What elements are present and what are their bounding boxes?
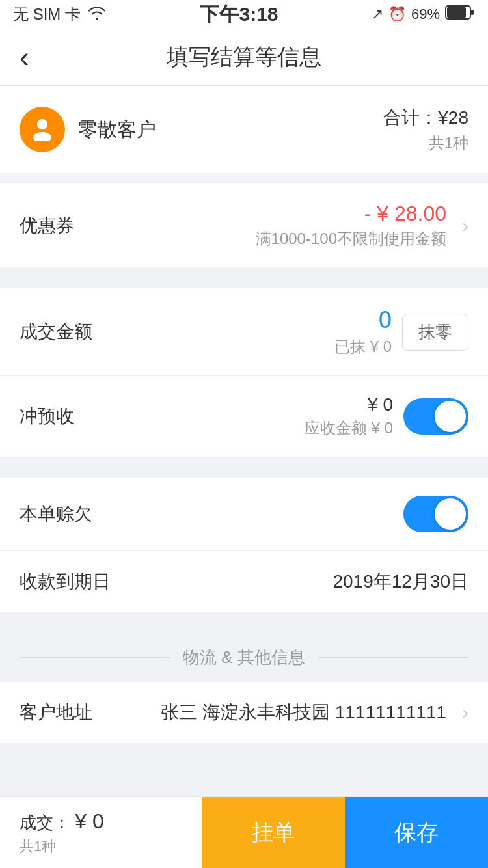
credit-toggle[interactable] [403, 496, 468, 532]
coupon-section: 优惠券 - ¥ 28.00 满1000-100不限制使用金额 › [0, 183, 488, 267]
location-icon: ↗ [372, 6, 383, 23]
prepaid-toggle[interactable] [403, 398, 468, 435]
credit-row: 本单赊欠 [0, 478, 488, 551]
no-sim-label: 无 SIM 卡 [13, 4, 81, 25]
status-bar: 无 SIM 卡 下午3:18 ↗ ⏰ 69% [0, 0, 488, 29]
battery-icon [445, 5, 475, 25]
battery-percentage: 69% [411, 6, 440, 23]
customer-avatar [20, 107, 65, 152]
svg-rect-2 [447, 7, 466, 18]
divider-3 [0, 623, 488, 633]
address-section: 客户地址 张三 海淀永丰科技园 11111111111 › [0, 682, 488, 743]
customer-name: 零散客户 [78, 116, 156, 143]
hang-button[interactable]: 挂单 [202, 797, 345, 869]
alarm-icon: ⏰ [388, 6, 406, 23]
divider-2 [0, 467, 488, 478]
prepaid-right: ¥ 0 应收金额 ¥ 0 [305, 394, 468, 439]
prepaid-label: 冲预收 [20, 404, 74, 429]
nav-bar: ‹ 填写结算等信息 [0, 29, 488, 86]
deal-amount-row: 成交金额 0 已抹 ¥ 0 抹零 [0, 288, 488, 376]
prepaid-row: 冲预收 ¥ 0 应收金额 ¥ 0 [0, 376, 488, 457]
bottom-deal-row: 成交： ¥ 0 [20, 809, 182, 834]
address-chevron-icon: › [462, 701, 468, 724]
svg-rect-1 [470, 10, 474, 15]
due-date-label: 收款到期日 [20, 569, 111, 594]
bottom-count: 共1种 [20, 837, 182, 856]
deal-amount-right: 0 已抹 ¥ 0 抹零 [334, 306, 468, 357]
logistics-label: 物流 & 其他信息 [183, 646, 305, 669]
deal-prepaid-section: 成交金额 0 已抹 ¥ 0 抹零 冲预收 ¥ 0 应收金额 ¥ 0 [0, 288, 488, 457]
coupon-row[interactable]: 优惠券 - ¥ 28.00 满1000-100不限制使用金额 › [0, 183, 488, 267]
save-button[interactable]: 保存 [345, 797, 488, 869]
address-right: 张三 海淀永丰科技园 11111111111 › [161, 700, 468, 725]
logistics-header: 物流 & 其他信息 [0, 633, 488, 682]
coupon-right: - ¥ 28.00 满1000-100不限制使用金额 › [256, 202, 468, 249]
total-amount: 合计：¥28 [383, 105, 468, 130]
coupon-value: - ¥ 28.00 [256, 202, 446, 226]
avatar-icon [29, 114, 56, 146]
status-time: 下午3:18 [200, 1, 278, 28]
bottom-deal-label: 成交： [20, 813, 70, 832]
credit-section: 本单赊欠 收款到期日 2019年12月30日 [0, 478, 488, 612]
credit-toggle-knob [435, 498, 466, 530]
coupon-label: 优惠券 [20, 213, 74, 238]
svg-point-3 [37, 119, 47, 129]
credit-label: 本单赊欠 [20, 502, 92, 526]
main-content: 零散客户 合计：¥28 共1种 优惠券 - ¥ 28.00 满1000-100不… [0, 86, 488, 832]
wifi-icon [87, 5, 107, 25]
header-line-right [318, 657, 468, 658]
bottom-bar: 成交： ¥ 0 共1种 挂单 保存 [0, 796, 488, 868]
coupon-content: - ¥ 28.00 满1000-100不限制使用金额 [256, 202, 446, 249]
deal-amount-value: 0 [334, 306, 392, 334]
status-right: ↗ ⏰ 69% [372, 5, 475, 25]
prepaid-content: ¥ 0 应收金额 ¥ 0 [305, 394, 393, 439]
prepaid-value: ¥ 0 [305, 394, 393, 415]
due-date-row: 收款到期日 2019年12月30日 [0, 551, 488, 612]
address-row[interactable]: 客户地址 张三 海淀永丰科技园 11111111111 › [0, 682, 488, 743]
page-title: 填写结算等信息 [167, 42, 321, 72]
back-button[interactable]: ‹ [20, 41, 59, 74]
address-value: 张三 海淀永丰科技园 11111111111 [161, 700, 446, 725]
due-date-value: 2019年12月30日 [332, 569, 468, 594]
coupon-sub: 满1000-100不限制使用金额 [256, 228, 446, 249]
round-zero-button[interactable]: 抹零 [402, 314, 468, 351]
header-line-left [20, 657, 170, 658]
customer-left: 零散客户 [20, 107, 156, 152]
credit-right [403, 496, 468, 532]
chevron-right-icon: › [462, 215, 468, 237]
divider-1 [0, 278, 488, 288]
total-count: 共1种 [383, 133, 468, 154]
customer-section: 零散客户 合计：¥28 共1种 [0, 86, 488, 173]
bottom-deal-amount: ¥ 0 [75, 809, 103, 833]
customer-right: 合计：¥28 共1种 [383, 105, 468, 154]
address-label: 客户地址 [20, 700, 92, 725]
deal-amount-label: 成交金额 [20, 319, 92, 344]
status-left: 无 SIM 卡 [13, 4, 107, 25]
deal-amount-content: 0 已抹 ¥ 0 [334, 306, 392, 357]
toggle-knob [435, 401, 466, 432]
bottom-info: 成交： ¥ 0 共1种 [0, 809, 202, 856]
deal-amount-sub: 已抹 ¥ 0 [334, 336, 392, 357]
prepaid-sub: 应收金额 ¥ 0 [305, 418, 393, 439]
svg-point-4 [33, 132, 51, 141]
